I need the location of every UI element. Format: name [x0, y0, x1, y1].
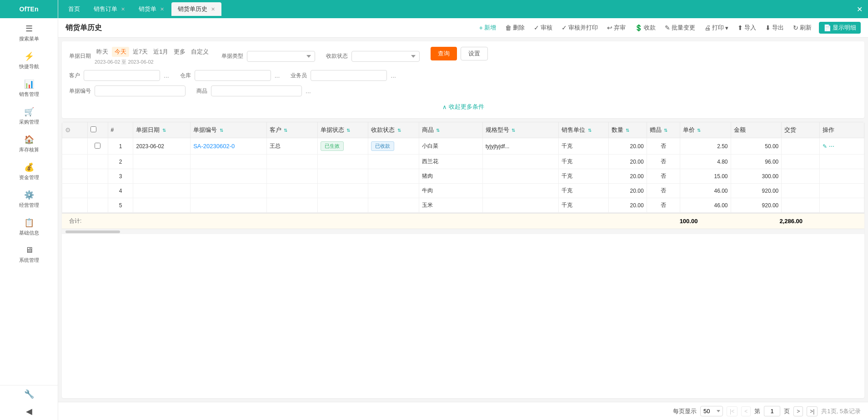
tab-sales-order[interactable]: 销售订单 ✕ [87, 2, 131, 16]
cell-checkbox[interactable] [87, 169, 108, 184]
sidebar-item-finance-mgmt[interactable]: 💰 资金管理 [0, 157, 58, 185]
settings-button[interactable]: 设置 [461, 47, 488, 60]
audit-button[interactable]: ✓ 审核 [532, 23, 554, 33]
import-button[interactable]: ⬆ 导入 [736, 23, 758, 33]
goods-input[interactable] [211, 85, 302, 96]
tab-sales-history-close[interactable]: ✕ [211, 6, 215, 12]
cell-checkbox[interactable] [87, 198, 108, 213]
settings-icon: 🔧 [24, 389, 34, 399]
show-detail-button[interactable]: 📄 显示明细 [819, 22, 861, 34]
last-page-btn[interactable]: >| [807, 406, 818, 416]
doc-no-input[interactable] [95, 85, 186, 96]
cell-checkbox[interactable] [87, 155, 108, 169]
per-page-select[interactable]: 50 20 100 200 [700, 406, 723, 416]
salesperson-input[interactable] [311, 70, 387, 81]
col-header-doc-no[interactable]: 单据编号 ⇅ [191, 122, 267, 138]
cell-pay-status [368, 184, 419, 198]
first-page-btn[interactable]: |< [727, 406, 738, 416]
salesperson-dots[interactable]: ... [391, 72, 396, 79]
query-button[interactable]: 查询 [431, 47, 457, 60]
date-shortcut-custom[interactable]: 自定义 [189, 47, 211, 57]
next-page-btn[interactable]: > [793, 406, 803, 416]
cell-gift: 否 [647, 184, 680, 198]
refresh-button[interactable]: ↻ 刷新 [791, 23, 813, 33]
cell-trade [782, 155, 820, 169]
row-checkbox[interactable] [95, 143, 100, 149]
sidebar-settings[interactable]: 🔧 [0, 385, 58, 403]
doc-no-link[interactable]: SA-20230602-0 [193, 143, 235, 150]
window-close-btn[interactable]: ✕ [855, 5, 864, 14]
page-input[interactable] [764, 406, 780, 416]
batch-change-icon: ✎ [665, 24, 670, 31]
col-header-pay-status[interactable]: 收款状态 ⇅ [368, 122, 419, 138]
sidebar-item-purchase-mgmt[interactable]: 🛒 采购管理 [0, 101, 58, 129]
doc-type-label: 单据类型 [221, 52, 243, 60]
date-shortcut-1month[interactable]: 近1月 [151, 47, 170, 57]
cell-date: 2023-06-02 [133, 138, 191, 155]
tab-sales-invoice[interactable]: 销货单 ✕ [132, 2, 171, 16]
col-header-goods[interactable]: 商品 ⇅ [419, 122, 483, 138]
delete-button[interactable]: 🗑 删除 [503, 23, 527, 33]
col-header-settings[interactable]: ⚙ [62, 122, 88, 138]
col-header-date[interactable]: 单据日期 ⇅ [133, 122, 191, 138]
col-header-price[interactable]: 单价 ⇅ [680, 122, 731, 138]
tab-sales-invoice-close[interactable]: ✕ [160, 6, 164, 12]
sidebar-collapse[interactable]: ◀ [0, 403, 58, 420]
sidebar-item-sales-mgmt[interactable]: 📊 销售管理 [0, 74, 58, 101]
new-button[interactable]: + 新增 [477, 23, 498, 33]
collect-button[interactable]: 💲 收款 [633, 23, 657, 33]
filter-collapse-btn[interactable]: ∧ 收起更多条件 [69, 101, 857, 113]
horizontal-scrollbar[interactable] [62, 229, 864, 234]
tab-home[interactable]: 首页 [62, 2, 86, 16]
customer-dots[interactable]: ... [164, 72, 169, 79]
cell-checkbox[interactable] [87, 184, 108, 198]
prev-page-btn[interactable]: < [741, 406, 751, 416]
tab-sales-history[interactable]: 销货单历史 ✕ [171, 2, 221, 16]
app-logo: OfTEn [0, 0, 58, 18]
goods-dots[interactable]: ... [306, 87, 311, 95]
scrollbar-thumb[interactable] [65, 230, 120, 233]
doc-type-select[interactable] [247, 51, 315, 62]
cell-checkbox[interactable] [87, 138, 108, 155]
edit-action[interactable]: ✎ [823, 143, 827, 150]
cell-doc-no[interactable]: SA-20230602-0 [191, 138, 267, 155]
cell-spec [482, 184, 559, 198]
sidebar-item-inventory[interactable]: 🏠 库存核算 [0, 129, 58, 157]
table-settings-icon[interactable]: ⚙ [65, 126, 71, 134]
customer-input[interactable] [84, 70, 160, 81]
col-header-op: 操作 [820, 122, 864, 138]
col-header-gift[interactable]: 赠品 ⇅ [647, 122, 680, 138]
col-header-qty[interactable]: 数量 ⇅ [608, 122, 647, 138]
col-header-doc-status[interactable]: 单据状态 ⇅ [317, 122, 368, 138]
sidebar-item-basic-info[interactable]: 📋 基础信息 [0, 212, 58, 240]
date-shortcut-7days[interactable]: 近7天 [131, 47, 150, 57]
date-shortcut-yesterday[interactable]: 昨天 [95, 47, 110, 57]
sidebar-item-label-search-menu: 搜索菜单 [19, 35, 39, 42]
col-header-customer[interactable]: 客户 ⇅ [266, 122, 317, 138]
date-shortcut-more[interactable]: 更多 [172, 47, 187, 57]
audit-print-button[interactable]: ✓ 审核并打印 [560, 23, 600, 33]
collect-icon: 💲 [635, 24, 642, 31]
sort-docstatus-icon: ⇅ [346, 128, 350, 133]
warehouse-dots[interactable]: ... [275, 72, 280, 79]
table-row: 2 西兰花 千克 20.00 否 4.80 96.00 [62, 155, 864, 169]
select-all-checkbox[interactable] [90, 126, 96, 132]
col-header-unit[interactable]: 销售单位 ⇅ [559, 122, 608, 138]
export-button[interactable]: ⬇ 导出 [763, 23, 786, 33]
print-button[interactable]: 🖨 打印 ▾ [702, 23, 730, 33]
batch-change-button[interactable]: ✎ 批量变更 [663, 23, 697, 33]
warehouse-input[interactable] [195, 70, 271, 81]
cell-qty: 20.00 [608, 138, 647, 155]
col-header-spec[interactable]: 规格型号 ⇅ [482, 122, 559, 138]
sort-spec-icon: ⇅ [512, 128, 515, 133]
pay-status-select[interactable] [351, 51, 420, 62]
sidebar-item-quick-nav[interactable]: ⚡ 快捷导航 [0, 46, 58, 74]
abandon-button[interactable]: ↩ 弃审 [605, 23, 627, 33]
sidebar-item-sys-mgmt[interactable]: 🖥 系统管理 [0, 240, 58, 267]
date-shortcut-today[interactable]: 今天 [112, 47, 129, 57]
more-action[interactable]: ⋯ [829, 143, 834, 150]
sidebar-item-search-menu[interactable]: ☰ 搜索菜单 [0, 18, 58, 46]
tab-sales-order-close[interactable]: ✕ [121, 6, 125, 12]
finance-mgmt-icon: 💰 [24, 162, 34, 172]
sidebar-item-ops-mgmt[interactable]: ⚙️ 经营管理 [0, 185, 58, 212]
